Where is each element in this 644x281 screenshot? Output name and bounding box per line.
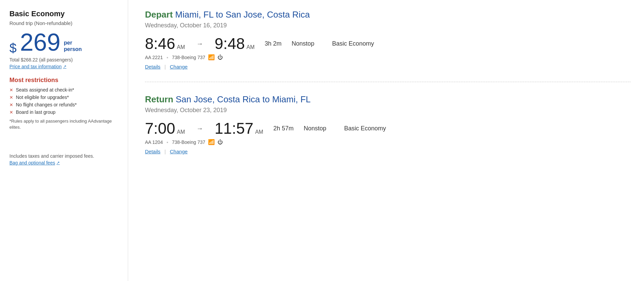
price-dollar-sign: $	[9, 42, 17, 54]
depart-date: Wednesday, October 16, 2019	[145, 22, 631, 29]
round-trip-label: Round trip (Non-refundable)	[9, 20, 118, 26]
left-bottom: Includes taxes and carrier imposed fees.…	[9, 140, 118, 165]
return-details-link[interactable]: Details	[145, 149, 160, 154]
price-row: $ 269 perperson	[9, 30, 118, 54]
return-arrive-time-value: 11:57	[215, 121, 254, 136]
depart-flight-number: AA 2221	[145, 55, 163, 60]
return-section: Return San Jose, Costa Rica to Miami, FL…	[145, 94, 631, 154]
depart-time-ampm: AM	[177, 44, 185, 50]
return-depart-time-ampm: AM	[177, 129, 185, 135]
total-price: Total $268.22 (all passengers)	[9, 57, 118, 62]
return-duration: 2h 57m	[273, 125, 294, 132]
external-link-icon: ↗	[63, 64, 66, 69]
x-icon: ✕	[9, 102, 13, 107]
return-route-heading: Return San Jose, Costa Rica to Miami, FL	[145, 94, 631, 105]
depart-cities: Miami, FL to San Jose, Costa Rica	[175, 9, 310, 20]
return-depart-time-block: 7:00 AM	[145, 121, 185, 136]
arrive-time-block: 9:48 AM	[215, 36, 255, 51]
external-link-icon: ↗	[56, 160, 60, 165]
return-links-row: Details | Change	[145, 149, 631, 154]
return-arrive-time-block: 11:57 AM	[215, 121, 263, 136]
restriction-item: ✕ No flight changes or refunds*	[9, 102, 118, 107]
price-tax-link[interactable]: Price and tax information ↗	[9, 64, 118, 69]
depart-change-link[interactable]: Change	[170, 64, 188, 70]
depart-duration: 3h 2m	[265, 40, 282, 47]
arrive-time-value: 9:48	[215, 36, 245, 51]
return-aircraft: 738-Boeing 737	[172, 139, 205, 145]
return-details-row: AA 1204 ▪ 738-Boeing 737 📶 ⏻	[145, 139, 631, 145]
restriction-item: ✕ Seats assigned at check-in*	[9, 87, 118, 93]
section-divider	[145, 82, 631, 82]
arrow-icon: →	[197, 40, 203, 48]
restriction-text: Not eligible for upgrades*	[16, 95, 69, 100]
bullet: ▪	[167, 55, 168, 60]
return-flight-number: AA 1204	[145, 139, 163, 145]
depart-direction: Depart	[145, 9, 173, 20]
depart-details-row: AA 2221 ▪ 738-Boeing 737 📶 ⏻	[145, 54, 631, 60]
depart-times-row: 8:46 AM → 9:48 AM 3h 2m Nonstop Basic Ec…	[145, 36, 631, 51]
bullet: ▪	[167, 139, 168, 145]
depart-details-link[interactable]: Details	[145, 64, 160, 70]
return-fare-label: Basic Economy	[344, 125, 386, 132]
return-depart-time-value: 7:00	[145, 121, 175, 136]
restriction-text: No flight changes or refunds*	[16, 102, 77, 107]
arrow-icon: →	[197, 125, 203, 132]
depart-route-heading: Depart Miami, FL to San Jose, Costa Rica	[145, 9, 631, 20]
return-direction: Return	[145, 94, 173, 104]
power-icon: ⏻	[217, 54, 223, 60]
pipe-separator: |	[165, 64, 166, 70]
return-nonstop-label: Nonstop	[304, 125, 334, 132]
left-panel: Basic Economy Round trip (Non-refundable…	[0, 0, 128, 281]
return-arrive-time-ampm: AM	[255, 129, 263, 135]
return-date: Wednesday, October 23, 2019	[145, 107, 631, 114]
arrive-time-ampm: AM	[246, 44, 255, 50]
return-cities: San Jose, Costa Rica to Miami, FL	[176, 94, 311, 104]
includes-note: Includes taxes and carrier imposed fees.	[9, 153, 118, 159]
depart-section: Depart Miami, FL to San Jose, Costa Rica…	[145, 9, 631, 70]
restriction-text: Board in last group	[16, 109, 56, 115]
depart-aircraft: 738-Boeing 737	[172, 55, 205, 60]
restriction-item: ✕ Board in last group	[9, 109, 118, 115]
bag-fees-link[interactable]: Bag and optional fees ↗	[9, 160, 118, 165]
x-icon: ✕	[9, 110, 13, 115]
wifi-icon: 📶	[208, 54, 215, 60]
restrictions-title: Most restrictions	[9, 77, 118, 84]
restriction-text: Seats assigned at check-in*	[16, 87, 74, 93]
price-per-person: perperson	[64, 40, 82, 52]
depart-time-block: 8:46 AM	[145, 36, 185, 51]
depart-links-row: Details | Change	[145, 64, 631, 70]
pipe-separator: |	[165, 149, 166, 154]
depart-time-value: 8:46	[145, 36, 175, 51]
depart-nonstop-label: Nonstop	[292, 40, 322, 47]
right-panel: Depart Miami, FL to San Jose, Costa Rica…	[128, 0, 644, 281]
restriction-item: ✕ Not eligible for upgrades*	[9, 95, 118, 100]
x-icon: ✕	[9, 95, 13, 100]
depart-fare-label: Basic Economy	[332, 40, 374, 47]
return-times-row: 7:00 AM → 11:57 AM 2h 57m Nonstop Basic …	[145, 121, 631, 136]
fare-class-title: Basic Economy	[9, 9, 118, 18]
return-change-link[interactable]: Change	[170, 149, 188, 154]
x-icon: ✕	[9, 87, 13, 93]
wifi-icon: 📶	[208, 139, 215, 145]
power-icon: ⏻	[217, 139, 223, 145]
restriction-note: *Rules apply to all passengers including…	[9, 118, 118, 130]
restriction-list: ✕ Seats assigned at check-in* ✕ Not elig…	[9, 87, 118, 115]
price-amount: 269	[20, 30, 60, 54]
